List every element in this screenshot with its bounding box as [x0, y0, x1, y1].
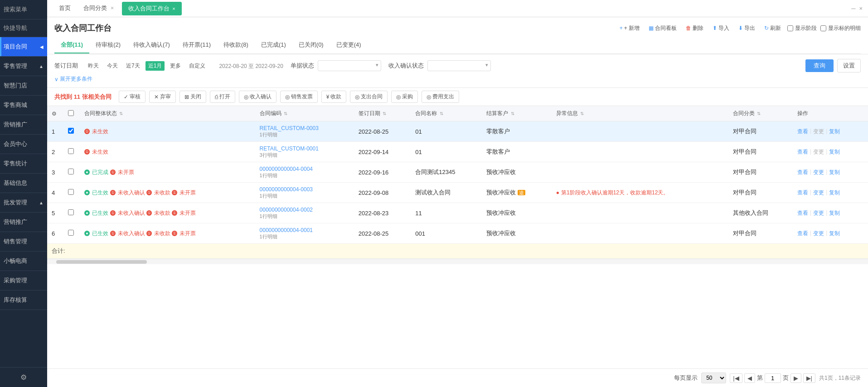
contract-code-link[interactable]: 0000000000004-0003: [260, 186, 313, 193]
sidebar-item-marketing2[interactable]: 营销推广: [0, 213, 47, 232]
sub-tab-completed[interactable]: 已完成(1): [255, 37, 292, 53]
sidebar-item-member-center[interactable]: 会员中心: [0, 135, 47, 154]
filter-settings-button[interactable]: 设置: [837, 59, 861, 73]
show-stages-checkbox[interactable]: 显示阶段: [787, 24, 817, 32]
copy-button[interactable]: 复制: [829, 148, 840, 156]
page-size-select[interactable]: 50 10 20 100: [701, 372, 726, 383]
sidebar-search[interactable]: 搜索菜单: [0, 0, 47, 19]
sub-tab-pending-income-confirm[interactable]: 待收入确认(7): [127, 37, 176, 53]
date-btn-today[interactable]: 今天: [104, 61, 121, 71]
close-icon[interactable]: ×: [111, 5, 114, 11]
delete-button[interactable]: 🗑 删除: [683, 23, 706, 34]
sidebar-quick-nav[interactable]: 快捷导航: [0, 19, 47, 37]
sub-tab-pending-invoice[interactable]: 待开票(11): [176, 37, 217, 53]
copy-button[interactable]: 复制: [829, 128, 840, 135]
query-button[interactable]: 查询: [805, 59, 834, 72]
sidebar-item-wholesale-mgmt[interactable]: 批发管理 ▲: [0, 193, 47, 213]
sub-tab-pending-review[interactable]: 待审核(2): [89, 37, 127, 53]
sales-invoice-button[interactable]: ◎ 销售发票: [280, 91, 318, 103]
sidebar-settings-button[interactable]: ⚙: [0, 367, 47, 387]
sidebar-item-retail-mall[interactable]: 零售商城: [0, 96, 47, 115]
export-button[interactable]: ⬇ 导出: [736, 23, 758, 34]
edit-button[interactable]: 变更: [813, 169, 824, 176]
sidebar-item-inventory[interactable]: 库存核算: [0, 290, 47, 310]
contract-code-link[interactable]: 0000000000004-0001: [260, 227, 313, 233]
tab-home[interactable]: 首页: [53, 0, 77, 17]
date-btn-last7[interactable]: 近7天: [123, 61, 143, 71]
view-button[interactable]: 查看: [797, 189, 808, 197]
date-btn-more[interactable]: 更多: [167, 61, 184, 71]
sidebar-item-basic-info[interactable]: 基础信息: [0, 174, 47, 193]
copy-button[interactable]: 复制: [829, 169, 840, 176]
sidebar-item-purchase-mgmt[interactable]: 采购管理: [0, 271, 47, 290]
expand-filter-button[interactable]: ∨ 展开更多条件: [54, 75, 92, 83]
copy-button[interactable]: 复制: [829, 209, 840, 217]
income-confirm-button[interactable]: ◎ 收入确认: [239, 91, 276, 103]
view-button[interactable]: 查看: [797, 209, 808, 217]
abandon-audit-button[interactable]: ✕ 弃审: [149, 91, 176, 103]
refresh-button[interactable]: ↻ 刷新: [761, 23, 784, 34]
view-button[interactable]: 查看: [797, 148, 808, 156]
contract-code-link[interactable]: 0000000000004-0002: [260, 207, 313, 213]
edit-button[interactable]: 变更: [813, 128, 824, 135]
close-contract-button[interactable]: ⊠ 关闭: [179, 91, 206, 103]
sub-tab-pending-payment[interactable]: 待收款(8): [217, 37, 255, 53]
contract-code-link[interactable]: RETAIL_CUSTOM-0003: [260, 125, 319, 131]
copy-button[interactable]: 复制: [829, 189, 840, 197]
row-checkbox[interactable]: [63, 121, 80, 142]
sidebar-item-smart-store[interactable]: 智慧门店: [0, 76, 47, 96]
checkbox-col-header[interactable]: [63, 106, 80, 121]
edit-button[interactable]: 变更: [813, 148, 824, 156]
close-icon[interactable]: ×: [172, 6, 175, 11]
copy-button[interactable]: 复制: [829, 230, 840, 237]
scrollbar-thumb[interactable]: [56, 260, 147, 264]
expense-contract-button[interactable]: ◎ 支出合同: [350, 91, 388, 103]
doc-status-select[interactable]: [318, 60, 381, 71]
edit-button[interactable]: 变更: [813, 189, 824, 197]
sub-tab-closed[interactable]: 已关闭(0): [292, 37, 330, 53]
tab-income-workbench[interactable]: 收入合同工作台 ×: [122, 2, 181, 15]
sidebar-item-retail-mgmt[interactable]: 零售管理 ▲: [0, 57, 47, 76]
date-btn-last1month[interactable]: 近1月: [145, 61, 165, 71]
edit-button[interactable]: 变更: [813, 230, 824, 237]
income-confirm-select[interactable]: [427, 60, 491, 71]
view-button[interactable]: 查看: [797, 169, 808, 176]
expense-out-button[interactable]: ◎ 费用支出: [422, 91, 459, 103]
audit-button[interactable]: ✓ 审核: [119, 91, 145, 103]
row-checkbox[interactable]: [63, 142, 80, 162]
purchase-button[interactable]: ◎ 采购: [391, 91, 418, 103]
sidebar-item-sales-mgmt[interactable]: 销售管理: [0, 232, 47, 252]
edit-button[interactable]: 变更: [813, 209, 824, 217]
close-window-icon[interactable]: ×: [859, 5, 863, 12]
add-button[interactable]: + + 新增: [617, 23, 642, 34]
tab-contract-category[interactable]: 合同分类 ×: [77, 0, 120, 17]
date-btn-custom[interactable]: 自定义: [186, 61, 208, 71]
collection-button[interactable]: ¥ 收款: [321, 91, 347, 103]
next-page-button[interactable]: ▶: [790, 373, 801, 383]
view-button[interactable]: 查看: [797, 128, 808, 135]
settings-col-header[interactable]: ⚙: [47, 106, 63, 121]
row-checkbox[interactable]: [63, 203, 80, 223]
row-checkbox[interactable]: [63, 162, 80, 183]
contract-code-link[interactable]: RETAIL_CUSTOM-0001: [260, 145, 319, 152]
page-number-input[interactable]: [765, 373, 781, 383]
last-page-button[interactable]: ▶|: [803, 373, 815, 383]
sidebar-item-xiaochang[interactable]: 小畅电商: [0, 252, 47, 271]
minimize-icon[interactable]: ─: [851, 5, 855, 12]
date-btn-yesterday[interactable]: 昨天: [85, 61, 102, 71]
show-detail-checkbox[interactable]: 显示标的明细: [820, 24, 861, 32]
sidebar-item-marketing[interactable]: 营销推广: [0, 115, 47, 135]
sub-tab-changed[interactable]: 已变更(4): [330, 37, 368, 53]
print-button[interactable]: ⎙ 打开: [210, 91, 235, 103]
sidebar-item-project-contract[interactable]: 项目合同 ◀: [0, 37, 47, 57]
sub-tab-all[interactable]: 全部(11): [54, 37, 89, 53]
horizontal-scrollbar[interactable]: [47, 259, 868, 264]
prev-page-button[interactable]: ◀: [744, 373, 755, 383]
import-button[interactable]: ⬆ 导入: [710, 23, 732, 34]
contract-code-link[interactable]: 0000000000004-0004: [260, 166, 313, 172]
row-checkbox[interactable]: [63, 223, 80, 244]
first-page-button[interactable]: |◀: [730, 373, 742, 383]
row-checkbox[interactable]: [63, 183, 80, 203]
sidebar-item-retail-stats[interactable]: 零售统计: [0, 154, 47, 174]
contract-board-button[interactable]: ▦ 合同看板: [646, 23, 679, 34]
